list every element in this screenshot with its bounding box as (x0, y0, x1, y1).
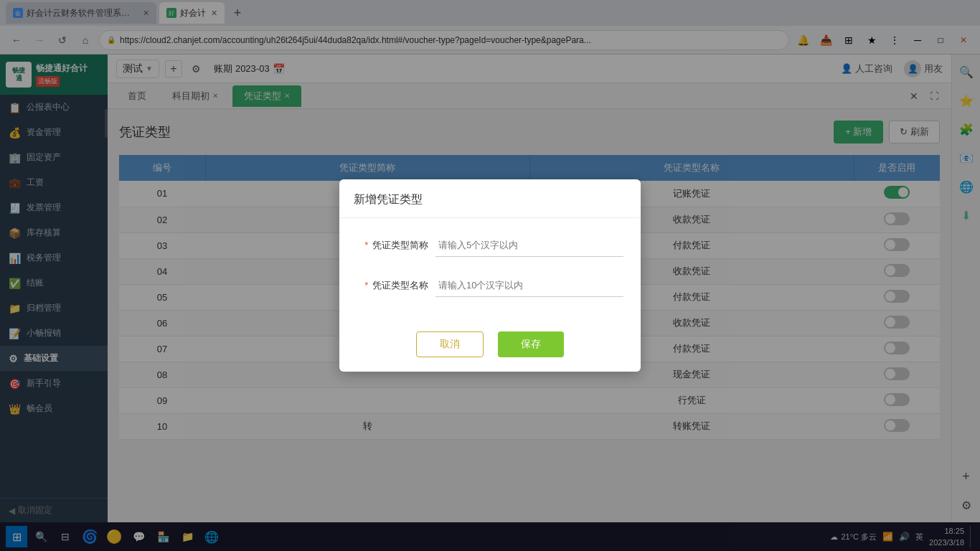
shortname-required: * (364, 240, 368, 250)
save-button[interactable]: 保存 (498, 331, 564, 357)
shortname-label: * 凭证类型简称 (357, 239, 435, 252)
new-voucher-dialog: 新增凭证类型 * 凭证类型简称 * 凭证类型名称 取消 保存 (339, 179, 641, 372)
dialog-body: * 凭证类型简称 * 凭证类型名称 (339, 228, 641, 326)
fullname-label-text: 凭证类型名称 (372, 280, 428, 291)
shortname-input[interactable] (435, 234, 623, 257)
dialog-footer: 取消 保存 (339, 326, 641, 372)
dialog-divider (339, 217, 641, 218)
dialog-overlay: 新增凭证类型 * 凭证类型简称 * 凭证类型名称 取消 保存 (0, 0, 980, 551)
dialog-header: 新增凭证类型 (339, 179, 641, 207)
shortname-field-row: * 凭证类型简称 (357, 234, 623, 257)
fullname-input[interactable] (435, 274, 623, 297)
shortname-label-text: 凭证类型简称 (372, 240, 428, 250)
fullname-field-row: * 凭证类型名称 (357, 274, 623, 297)
fullname-required: * (364, 280, 368, 291)
cancel-button[interactable]: 取消 (416, 331, 484, 357)
fullname-label: * 凭证类型名称 (357, 279, 435, 292)
